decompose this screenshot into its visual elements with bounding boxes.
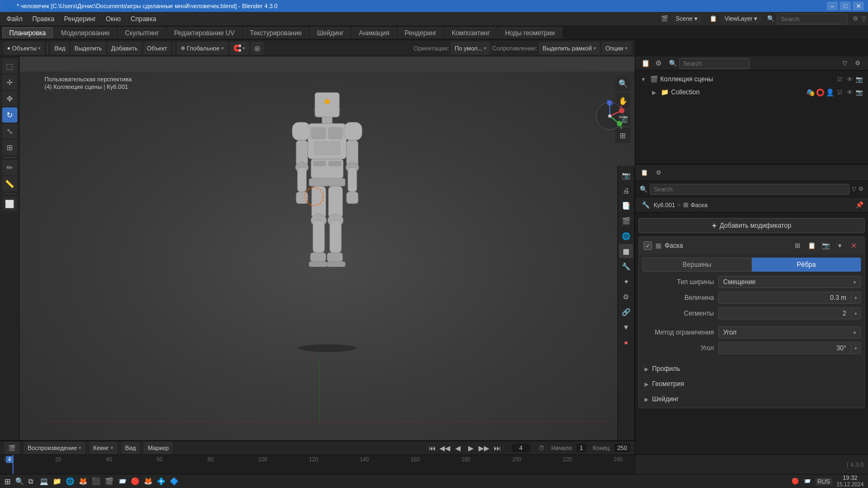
- collection-icon2[interactable]: ⭕: [816, 88, 825, 97]
- field-segments-value[interactable]: 2: [718, 307, 851, 319]
- marker-btn[interactable]: Маркер: [144, 441, 173, 454]
- field-width-type-value[interactable]: Смещение: [718, 276, 861, 288]
- app-icon-1[interactable]: 💻: [40, 477, 48, 485]
- workspace-tab-animation[interactable]: Анимация: [352, 27, 396, 38]
- prop-settings-icon[interactable]: ⚙: [858, 185, 864, 192]
- modifier-icon-camera[interactable]: 📷: [820, 240, 832, 252]
- modifier-dropdown-btn[interactable]: ▾: [834, 240, 846, 252]
- add-modifier-button[interactable]: + Добавить модификатор: [639, 218, 865, 233]
- modifier-delete-btn[interactable]: ✕: [848, 240, 860, 252]
- workspace-tab-texturing[interactable]: Текстурирование: [243, 27, 309, 38]
- view-tl-btn[interactable]: Вид: [122, 441, 140, 454]
- prop-tab-object[interactable]: ▦: [619, 244, 633, 258]
- tool-annotate[interactable]: ✏: [2, 160, 17, 175]
- scene-expand-icon[interactable]: ▼: [640, 75, 647, 83]
- timeline-view-btn[interactable]: 🎬: [4, 441, 20, 454]
- app-icon-8[interactable]: 🔴: [131, 477, 139, 485]
- prop-tab-view-layer[interactable]: 📑: [619, 198, 633, 213]
- scene-selector[interactable]: Scene ▾: [672, 14, 702, 23]
- maximize-button[interactable]: □: [840, 2, 851, 10]
- menu-edit[interactable]: Правка: [28, 14, 59, 24]
- profile-collapse-header[interactable]: ▶ Профиль: [642, 362, 861, 375]
- menu-render[interactable]: Рендеринг: [60, 14, 100, 24]
- outliner-icon-filter[interactable]: ⚙: [653, 57, 665, 69]
- modifier-icon-display[interactable]: 📋: [806, 240, 818, 252]
- select-menu-btn[interactable]: Выделить: [71, 42, 106, 55]
- tl-next-frame[interactable]: ▶▶: [478, 442, 490, 454]
- app-icon-4[interactable]: 🦊: [79, 477, 87, 485]
- timeline-scrubber[interactable]: 0 20 40 60 80 100 120 140 160 180 200 22…: [0, 454, 635, 474]
- prop-display-icon[interactable]: 📋: [639, 167, 650, 179]
- prop-tab-modifier[interactable]: 🔧: [619, 259, 633, 273]
- outliner-filter-icon[interactable]: ▽: [839, 57, 851, 69]
- field-limit-method-value[interactable]: Угол: [718, 326, 861, 338]
- zoom-in-tool[interactable]: 🔍: [615, 76, 630, 91]
- collection-icon1[interactable]: 🎭: [806, 88, 815, 97]
- shading-collapse-header[interactable]: ▶ Шейдинг: [642, 393, 861, 406]
- collection-icon3[interactable]: 👤: [826, 88, 834, 97]
- proportional-editing-btn[interactable]: ◎: [251, 42, 264, 55]
- outliner-icon-display[interactable]: 📋: [640, 57, 652, 69]
- tl-prev-frame[interactable]: ◀: [452, 442, 464, 454]
- render-icon[interactable]: 📷: [855, 75, 864, 84]
- end-value[interactable]: 250: [614, 444, 630, 452]
- snap-btn[interactable]: 🧲 ▾: [229, 42, 249, 55]
- workspace-tab-compositing[interactable]: Композитинг: [445, 27, 497, 38]
- modifier-checkbox[interactable]: ✓: [643, 241, 652, 250]
- close-button[interactable]: ✕: [853, 2, 864, 10]
- tool-add[interactable]: ⬜: [2, 196, 17, 211]
- viewlayer-selector[interactable]: ViewLayer ▾: [720, 14, 762, 23]
- app-icon-9[interactable]: 🦊: [144, 477, 152, 485]
- app-icon-2[interactable]: 📁: [53, 477, 61, 485]
- prop-tab-constraints[interactable]: 🔗: [619, 305, 633, 319]
- field-segments-increment[interactable]: +: [851, 307, 861, 319]
- minimize-button[interactable]: –: [827, 2, 838, 10]
- object-menu-btn[interactable]: Объект: [143, 42, 171, 55]
- tool-cursor[interactable]: ✛: [2, 75, 17, 90]
- system-icon-2[interactable]: 📨: [803, 478, 811, 485]
- prop-tab-world[interactable]: 🌐: [619, 229, 633, 243]
- object-mode-btn[interactable]: ● Объекты ▾: [3, 42, 44, 55]
- prop-tab-particles[interactable]: ✦: [619, 274, 633, 288]
- prop-tab-render[interactable]: 📷: [619, 168, 633, 182]
- field-amount-increment[interactable]: +: [851, 292, 861, 304]
- field-angle-value[interactable]: 30°: [718, 342, 851, 354]
- search-taskbar-icon[interactable]: 🔍: [15, 477, 24, 485]
- app-icon-10[interactable]: 💠: [157, 477, 165, 485]
- field-amount-value[interactable]: 0.3 m: [718, 292, 851, 304]
- tl-prev-key[interactable]: ◀◀: [439, 442, 451, 454]
- modifier-tab-edges[interactable]: Рёбра: [752, 258, 861, 272]
- prop-tab-scene[interactable]: 🎬: [619, 214, 633, 228]
- taskview-icon[interactable]: ⧉: [28, 477, 33, 486]
- menu-file[interactable]: Файл: [2, 14, 27, 24]
- geometry-collapse-header[interactable]: ▶ Геометрия: [642, 377, 861, 390]
- tl-play[interactable]: ▶: [465, 442, 477, 454]
- add-menu-btn[interactable]: Добавить: [107, 42, 142, 55]
- workspace-tab-rendering[interactable]: Рендеринг: [398, 27, 444, 38]
- collection-render[interactable]: 📷: [855, 88, 864, 97]
- orientation-value-btn[interactable]: По умол... ▾: [451, 42, 490, 55]
- viewport-3d[interactable]: Пользовательская перспектива (4) Коллекц…: [20, 56, 635, 454]
- start-value[interactable]: 1: [576, 444, 586, 452]
- tool-rotate[interactable]: ↻: [2, 107, 17, 123]
- prop-filter-icon[interactable]: ⚙: [653, 167, 665, 179]
- keying-btn[interactable]: Кеинг ▾: [90, 441, 117, 454]
- transform-orientation-btn[interactable]: ⊕ Глобальное ▾: [177, 42, 228, 55]
- menu-search-input[interactable]: [777, 14, 847, 24]
- prop-search-input[interactable]: [650, 184, 850, 195]
- blender-icon[interactable]: 🔷: [170, 477, 178, 485]
- collection-vis[interactable]: ☑: [835, 88, 844, 97]
- app-icon-5[interactable]: ⬛: [92, 477, 100, 485]
- eye-icon[interactable]: 👁: [845, 75, 854, 84]
- prop-tab-physics[interactable]: ⚙: [619, 290, 633, 304]
- prop-filter-icon2[interactable]: ▽: [852, 185, 856, 192]
- outliner-settings-icon[interactable]: ⚙: [852, 57, 864, 69]
- outliner-search-input[interactable]: [679, 58, 750, 69]
- menu-help[interactable]: Справка: [126, 14, 161, 24]
- tool-select[interactable]: ⬚: [2, 59, 17, 74]
- select-method-btn[interactable]: Выделить рамкой ▾: [539, 42, 600, 55]
- tool-scale[interactable]: ⤡: [2, 124, 17, 139]
- field-angle-increment[interactable]: +: [851, 342, 861, 354]
- tl-jump-end[interactable]: ⏭: [491, 442, 503, 454]
- tool-measure[interactable]: 📏: [2, 176, 17, 191]
